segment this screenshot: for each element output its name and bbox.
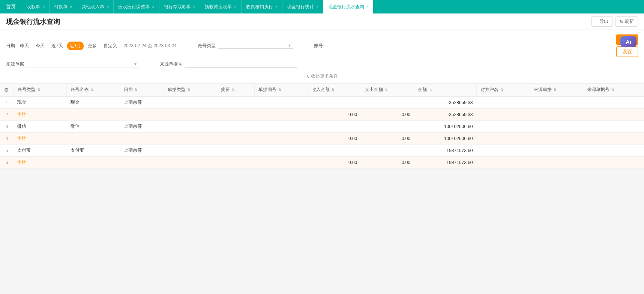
- table-cell: 小计: [14, 157, 67, 169]
- date-btn-custom[interactable]: 自定义: [101, 42, 120, 50]
- nav-tab-ar-adjust-close[interactable]: ×: [152, 4, 154, 9]
- export-button[interactable]: ↑ 导出: [591, 16, 612, 27]
- table-cell: [164, 109, 217, 121]
- nav-home[interactable]: 首页: [0, 0, 22, 13]
- col-expense-sort-icon[interactable]: ⇅: [385, 88, 388, 92]
- nav-tab-other-income-label: 其他收入单: [82, 4, 104, 10]
- col-date: 日期 ⇅: [120, 84, 164, 96]
- table-cell: [255, 157, 308, 169]
- col-income: 收入金额 ⇅: [308, 84, 361, 96]
- col-doc-no-sort-icon[interactable]: ⇅: [279, 88, 282, 92]
- col-settings: ⚙: [0, 84, 14, 96]
- nav-tab-cash-stats-label: 现金银行统计: [287, 4, 314, 10]
- col-account-type-sort-icon[interactable]: ⇅: [38, 88, 41, 92]
- col-balance: 余额 ⇅: [414, 84, 477, 96]
- table-cell: [583, 109, 644, 121]
- source-doc-label: 来源单据: [6, 61, 24, 67]
- page-header: 现金银行流水查询 ↑ 导出 ↻ 刷新: [0, 13, 644, 30]
- table-cell: [217, 121, 254, 133]
- col-balance-label: 余额: [418, 87, 427, 92]
- col-counterparty: 对方户名 ⇅: [477, 84, 530, 96]
- nav-tab-other-income[interactable]: 其他收入单 ×: [77, 0, 113, 13]
- source-doc-no-input[interactable]: [185, 61, 297, 68]
- table-cell: -3528659.33: [414, 109, 477, 121]
- table-cell: [308, 96, 361, 109]
- nav-tab-payments[interactable]: 付款单 ×: [49, 0, 77, 13]
- col-summary-label: 摘要: [221, 87, 230, 92]
- collapse-bar[interactable]: ∧ 收起更多条件: [6, 72, 638, 80]
- date-btn-today[interactable]: 今天: [33, 42, 47, 50]
- table-cell: 微信: [67, 121, 120, 133]
- table-row[interactable]: 1现金现金上期余额-3528659.33: [0, 96, 644, 109]
- ai-badge[interactable]: Ai: [620, 36, 636, 47]
- date-btn-yesterday[interactable]: 昨天: [17, 42, 32, 50]
- table-cell: [477, 109, 530, 121]
- nav-tab-other-income-close[interactable]: ×: [107, 4, 109, 9]
- table-cell: [583, 121, 644, 133]
- nav-tab-ar-adjust[interactable]: 应收应付调整单 ×: [113, 0, 159, 13]
- table-cell: [583, 133, 644, 145]
- date-btn-more[interactable]: 更多: [85, 42, 99, 50]
- account-type-label: 账号类型: [198, 43, 216, 49]
- nav-tab-collection-close[interactable]: ×: [275, 4, 278, 9]
- col-doc-type-sort-icon[interactable]: ⇅: [188, 88, 191, 92]
- refresh-label: 刷新: [625, 18, 634, 25]
- nav-tab-cash-stats[interactable]: 现金银行统计 ×: [282, 0, 323, 13]
- nav-tab-bank-deposit-close[interactable]: ×: [193, 4, 195, 9]
- table-cell: [67, 109, 120, 121]
- settings-button[interactable]: 设置: [616, 46, 638, 57]
- table-cell: 小计: [14, 133, 67, 145]
- nav-tab-receipts[interactable]: 收款单 ×: [22, 0, 49, 13]
- nav-tab-collection[interactable]: 收款核销执行 ×: [241, 0, 282, 13]
- table-gear-icon[interactable]: ⚙: [4, 87, 9, 93]
- col-balance-sort-icon[interactable]: ⇅: [429, 88, 432, 92]
- table-cell: [217, 109, 254, 121]
- table-body: 1现金现金上期余额-3528659.332小计0.000.00-3528659.…: [0, 96, 644, 169]
- table-row[interactable]: 5支付宝支付宝上期余额19871073.60: [0, 145, 644, 157]
- table-cell: [120, 133, 164, 145]
- nav-tab-cash-flow[interactable]: 现金银行流水查询 ×: [323, 0, 373, 13]
- table-cell: [120, 109, 164, 121]
- table-cell: 支付宝: [67, 145, 120, 157]
- table-row[interactable]: 2小计0.000.00-3528659.33: [0, 109, 644, 121]
- col-income-sort-icon[interactable]: ⇅: [332, 88, 335, 92]
- table-row[interactable]: 6小计0.000.0019871073.60: [0, 157, 644, 169]
- table-cell: [530, 157, 583, 169]
- source-doc-no-label: 来源单据号: [160, 61, 182, 67]
- nav-tab-bank-deposit[interactable]: 银行存取款单 ×: [159, 0, 200, 13]
- nav-tab-payments-close[interactable]: ×: [70, 4, 72, 9]
- nav-tab-collection-label: 收款核销执行: [246, 4, 273, 10]
- col-expense: 支出金额 ⇅: [361, 84, 414, 96]
- nav-tab-cash-stats-close[interactable]: ×: [316, 4, 318, 9]
- table-cell: [217, 96, 254, 109]
- col-summary-sort-icon[interactable]: ⇅: [232, 88, 235, 92]
- col-account-name-sort-icon[interactable]: ⇅: [91, 88, 94, 92]
- account-dots-icon[interactable]: ···: [327, 43, 331, 49]
- col-date-sort-icon[interactable]: ⇅: [135, 88, 138, 92]
- refresh-button[interactable]: ↻ 刷新: [615, 16, 638, 27]
- table-cell: [255, 145, 308, 157]
- table-cell: [164, 157, 217, 169]
- date-btn-1month[interactable]: 近1月: [67, 42, 84, 50]
- col-counterparty-sort-icon[interactable]: ⇅: [500, 88, 503, 92]
- nav-tab-cash-flow-close[interactable]: ×: [366, 4, 369, 9]
- col-income-label: 收入金额: [312, 87, 330, 92]
- table-row[interactable]: 3微信微信上期余额100102606.60: [0, 121, 644, 133]
- nav-tab-prepaid-close[interactable]: ×: [234, 4, 236, 9]
- table-cell: 0.00: [308, 133, 361, 145]
- table-container: ⚙ 账号类型 ⇅ 账号名称 ⇅ 日期 ⇅ 单据类型 ⇅: [0, 84, 644, 169]
- col-source-doc-no-sort-icon[interactable]: ⇅: [611, 88, 614, 92]
- table-cell: 上期余额: [120, 96, 164, 109]
- table-cell: [477, 121, 530, 133]
- table-row[interactable]: 4小计0.000.00100102606.60: [0, 133, 644, 145]
- col-source-doc-sort-icon[interactable]: ⇅: [554, 88, 557, 92]
- nav-tab-ar-adjust-label: 应收应付调整单: [118, 4, 150, 10]
- account-type-select[interactable]: ▼: [218, 43, 293, 49]
- table-cell: 上期余额: [120, 121, 164, 133]
- source-doc-select[interactable]: ▼: [26, 61, 139, 67]
- date-btn-7days[interactable]: 近7天: [49, 42, 66, 50]
- date-range-display: 2023-02-24 至 2023-03-24: [123, 43, 176, 49]
- nav-tab-prepaid[interactable]: 预收冲应收单 ×: [200, 0, 241, 13]
- nav-tab-receipts-close[interactable]: ×: [42, 4, 45, 9]
- table-header-row: ⚙ 账号类型 ⇅ 账号名称 ⇅ 日期 ⇅ 单据类型 ⇅: [0, 84, 644, 96]
